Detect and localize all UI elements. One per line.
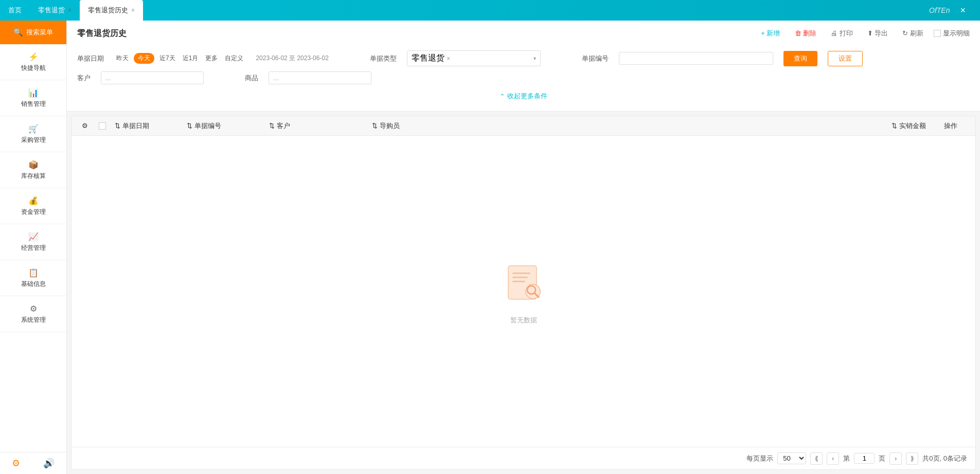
empty-text: 暂无数据 <box>510 316 537 325</box>
date-btn-yesterday[interactable]: 昨天 <box>114 53 131 64</box>
sidebar: 🔍 搜索菜单 ⚡ 快捷导航 📊 销售管理 🛒 采购管理 📦 库存核算 💰 资金管… <box>0 21 67 474</box>
export-button[interactable]: ⬆ 导出 <box>863 27 893 40</box>
th-guide-label: 导购员 <box>380 121 400 131</box>
tab-home[interactable]: 首页 <box>0 0 30 21</box>
tab-retail-return-history[interactable]: 零售退货历史 × <box>80 0 143 21</box>
table-header: ⚙ ⇅ 单据日期 ⇅ 单据编号 ⇅ 客户 ⇅ <box>72 116 975 136</box>
page-size-select[interactable]: 50 10 20 100 <box>777 452 806 464</box>
last-page-button[interactable]: ⟫ <box>906 452 918 465</box>
inventory-icon: 📦 <box>28 159 39 170</box>
quick-nav-icon: ⚡ <box>28 51 39 62</box>
select-all-checkbox[interactable] <box>99 122 106 130</box>
tab-retail-return-history-label: 零售退货历史 <box>88 6 128 15</box>
sidebar-item-operations[interactable]: 📈 经营管理 <box>0 224 66 260</box>
sidebar-item-basic-info[interactable]: 📋 基础信息 <box>0 260 66 296</box>
basic-info-icon: 📋 <box>28 267 39 278</box>
sales-icon: 📊 <box>28 87 39 98</box>
customer-filter-input[interactable]: ... <box>101 71 204 84</box>
collapse-label: 收起更多条件 <box>507 92 547 101</box>
tab-retail-return[interactable]: 零售退货 × <box>30 0 80 21</box>
page-title: 零售退货历史 <box>77 28 127 39</box>
prev-page-button[interactable]: ‹ <box>827 452 839 465</box>
empty-icon <box>498 258 549 309</box>
sidebar-item-quick-nav[interactable]: ⚡ 快捷导航 <box>0 44 66 80</box>
next-page-button[interactable]: › <box>889 452 902 465</box>
th-amount-label: 实销金额 <box>899 121 926 131</box>
collapse-conditions-button[interactable]: ⌃ 收起更多条件 <box>493 89 554 103</box>
first-page-button[interactable]: ⟪ <box>810 452 823 465</box>
new-button[interactable]: + 新增 <box>757 27 784 40</box>
sidebar-item-operations-label: 经营管理 <box>21 244 46 252</box>
top-bar-right: OfTEn × <box>929 5 980 16</box>
search-icon: 🔍 <box>13 28 23 37</box>
total-info: 共0页, 0条记录 <box>922 454 967 463</box>
brand-label: OfTEn <box>929 6 950 14</box>
content-area: 零售退货历史 + 新增 🗑 删除 🖨 打印 ⬆ 导出 ↻ 刷新 显示明细 <box>67 21 980 474</box>
window-close-button[interactable]: × <box>954 5 972 16</box>
number-filter-input[interactable] <box>619 52 773 65</box>
th-amount[interactable]: ⇅ 实销金额 <box>868 121 930 131</box>
collapse-icon: ⌃ <box>500 93 505 100</box>
th-guide[interactable]: ⇅ 导购员 <box>368 121 868 131</box>
column-settings-icon[interactable]: ⚙ <box>82 122 88 130</box>
sidebar-item-sales-label: 销售管理 <box>21 100 46 108</box>
sidebar-item-sales[interactable]: 📊 销售管理 <box>0 80 66 116</box>
goods-filter-input[interactable]: ... <box>269 71 371 84</box>
sidebar-item-inventory[interactable]: 📦 库存核算 <box>0 152 66 188</box>
date-btn-7days[interactable]: 近7天 <box>157 53 177 64</box>
sidebar-item-finance[interactable]: 💰 资金管理 <box>0 188 66 224</box>
sidebar-item-purchase-label: 采购管理 <box>21 136 46 144</box>
settings-bottom-icon[interactable]: ⚙ <box>12 458 20 469</box>
empty-state: 暂无数据 <box>72 136 975 447</box>
sidebar-item-purchase[interactable]: 🛒 采购管理 <box>0 116 66 152</box>
date-btn-1month[interactable]: 近1月 <box>181 53 201 64</box>
th-number-sort-icon: ⇅ <box>187 122 192 130</box>
sidebar-item-system[interactable]: ⚙ 系统管理 <box>0 296 66 332</box>
th-customer-label: 客户 <box>277 121 290 131</box>
th-amount-sort-icon: ⇅ <box>892 122 897 130</box>
type-filter-tag: 零售退货 × <box>412 53 450 64</box>
tab-retail-return-close[interactable]: × <box>68 7 72 14</box>
pagination: 每页显示 50 10 20 100 ⟪ ‹ 第 页 › ⟫ 共0页, 0条记录 <box>72 447 975 469</box>
refresh-button[interactable]: ↻ 刷新 <box>898 27 928 40</box>
page-number-input[interactable] <box>854 453 875 464</box>
system-icon: ⚙ <box>28 303 39 314</box>
sidebar-bottom: ⚙ 🔊 <box>0 452 66 474</box>
th-checkbox[interactable] <box>94 122 111 130</box>
page-unit: 页 <box>879 454 885 463</box>
sidebar-search[interactable]: 🔍 搜索菜单 <box>0 21 66 44</box>
display-switch[interactable]: 显示明细 <box>934 29 970 38</box>
finance-icon: 💰 <box>28 195 39 206</box>
th-customer[interactable]: ⇅ 客户 <box>265 121 368 131</box>
main-layout: 🔍 搜索菜单 ⚡ 快捷导航 📊 销售管理 🛒 采购管理 📦 库存核算 💰 资金管… <box>0 21 980 474</box>
query-button[interactable]: 查询 <box>783 51 817 66</box>
th-ops-label: 操作 <box>944 121 957 131</box>
print-button[interactable]: 🖨 打印 <box>827 27 857 40</box>
th-ops: 操作 <box>930 121 971 131</box>
music-bottom-icon[interactable]: 🔊 <box>43 458 55 469</box>
th-date[interactable]: ⇅ 单据日期 <box>111 121 183 131</box>
settings-button[interactable]: 设置 <box>828 51 863 66</box>
type-filter-value: 零售退货 <box>412 53 444 62</box>
date-btn-today[interactable]: 今天 <box>134 53 154 64</box>
type-filter-select[interactable]: 零售退货 × ▾ <box>407 50 541 66</box>
type-filter-label: 单据类型 <box>370 54 397 63</box>
tab-retail-return-label: 零售退货 <box>38 6 65 15</box>
th-number[interactable]: ⇅ 单据编号 <box>183 121 265 131</box>
date-filter-label: 单据日期 <box>77 54 104 63</box>
table-container: ⚙ ⇅ 单据日期 ⇅ 单据编号 ⇅ 客户 ⇅ <box>71 116 976 470</box>
date-btn-custom[interactable]: 自定义 <box>223 53 245 64</box>
display-checkbox[interactable] <box>934 30 941 37</box>
date-btn-more[interactable]: 更多 <box>203 53 220 64</box>
filter-row-2: 客户 ... 商品 ... <box>77 71 970 84</box>
top-bar: 首页 零售退货 × 零售退货历史 × OfTEn × <box>0 0 980 21</box>
svg-rect-1 <box>512 272 530 274</box>
customer-filter-label: 客户 <box>77 74 91 83</box>
tab-retail-return-history-close[interactable]: × <box>131 7 135 14</box>
filter-row-1: 单据日期 昨天 今天 近7天 近1月 更多 自定义 2023-06-02 至 2… <box>77 50 970 66</box>
page-size-label: 每页显示 <box>746 454 773 463</box>
delete-button[interactable]: 🗑 删除 <box>791 27 821 40</box>
page-title-row: 零售退货历史 + 新增 🗑 删除 🖨 打印 ⬆ 导出 ↻ 刷新 显示明细 <box>77 27 970 40</box>
type-filter-remove[interactable]: × <box>447 55 450 62</box>
th-settings[interactable]: ⚙ <box>76 122 94 130</box>
